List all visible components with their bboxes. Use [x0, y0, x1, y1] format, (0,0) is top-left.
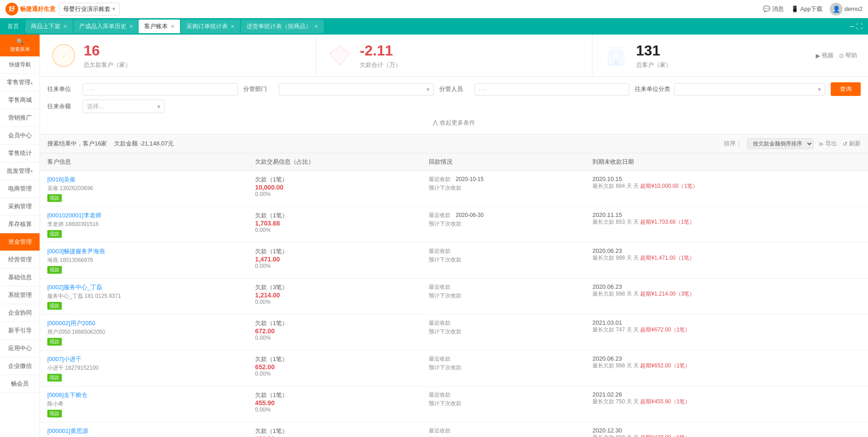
table-row: [000001]黄思源 黄思源 13552700226 现款 欠款（1笔） 42…: [40, 422, 868, 437]
overdue-amount-link[interactable]: 超期¥429.00（1笔）: [640, 434, 690, 437]
tab-purchase-stats[interactable]: 进货单统计表（按商品） ✕: [241, 20, 324, 33]
help-link[interactable]: ⊙ 帮助: [839, 51, 857, 60]
sort-select[interactable]: 按欠款金额倒序排序: [747, 138, 813, 149]
customer-name-link[interactable]: [0001020001]李老师: [47, 212, 101, 219]
overdue-amount-link[interactable]: 超期¥1,703.68（1笔）: [640, 219, 695, 225]
svg-rect-5: [614, 60, 618, 65]
vip-member-label: 畅会员: [11, 380, 29, 388]
cell-debt-info: 欠款（1笔） 455.90 0.00%: [248, 387, 421, 422]
minimize-icon[interactable]: ─: [850, 23, 854, 30]
cell-overdue-date: 2020.11.15 最长欠款 853 天 天 超期¥1,703.68（1笔）: [585, 207, 868, 243]
overdue-customers-info: 16 总欠款客户（家）: [84, 42, 305, 69]
tab-goods-close[interactable]: ✕: [63, 24, 67, 30]
cell-debt-info: 欠款（1笔） 1,471.00 0.00%: [248, 243, 421, 279]
building-icon: [603, 43, 629, 68]
tab-goods[interactable]: 商品上下架 ✕: [25, 20, 73, 33]
tab-purchase-order[interactable]: 采购订单统计表 ✕: [181, 20, 240, 33]
customer-name-link[interactable]: [0007]小进千: [47, 356, 81, 362]
payment-tag: 现款: [47, 374, 62, 382]
manager-input[interactable]: ···: [475, 83, 630, 95]
svg-text:¥: ¥: [62, 54, 65, 60]
tab-customer-account-label: 客户账本: [144, 22, 168, 30]
sidebar-item-vip-member[interactable]: 畅会员: [0, 375, 40, 393]
overdue-amount-link[interactable]: 超期¥10,000.00（1笔）: [640, 183, 698, 189]
operations-label: 经营管理: [8, 256, 32, 264]
tab-home-label: 首页: [7, 22, 19, 30]
debt-count: 欠款（1笔）: [255, 211, 414, 220]
sidebar-item-app-center[interactable]: 应用中心: [0, 340, 40, 357]
sidebar-item-enterprise-wechat[interactable]: 企业微信: [0, 357, 40, 375]
sidebar-item-retail-mgmt[interactable]: 零售管理 ▴: [0, 74, 40, 91]
debt-amount: 1,703.68: [255, 220, 414, 227]
filter-item-manager: 分管人员 ···: [439, 83, 630, 95]
customer-name-link[interactable]: [000002]用户2050: [47, 320, 95, 326]
from-unit-input[interactable]: ···: [83, 83, 238, 95]
collapse-row[interactable]: ⋀ 收起更多条件: [47, 117, 861, 129]
maximize-icon[interactable]: ⛶: [856, 23, 863, 30]
message-icon-item[interactable]: 💬 消息: [763, 5, 784, 13]
department-select[interactable]: ▾: [279, 83, 434, 95]
tab-home[interactable]: 首页: [2, 20, 25, 33]
sidebar-item-enterprise-coop[interactable]: 企业协同: [0, 304, 40, 322]
sidebar-item-quick-nav[interactable]: 快捷导航: [0, 56, 40, 74]
payment-tag: 现款: [47, 410, 62, 417]
sidebar-item-marketing[interactable]: 营销推广: [0, 109, 40, 127]
overdue-amount-link[interactable]: 超期¥1,471.00（1笔）: [640, 255, 695, 261]
refresh-button[interactable]: ↺ 刷新: [843, 140, 861, 148]
tab-purchase-order-close[interactable]: ✕: [231, 24, 235, 30]
tab-product-history-close[interactable]: ✕: [129, 24, 133, 30]
sidebar-item-basic-info[interactable]: 基础信息: [0, 269, 40, 286]
overdue-amount-link[interactable]: 超期¥455.90（1笔）: [640, 398, 690, 405]
debt-amount: 672.00: [255, 327, 414, 335]
sidebar-item-member[interactable]: 会员中心: [0, 127, 40, 145]
tab-customer-account[interactable]: 客户账本 ✕: [139, 20, 180, 33]
sidebar-item-retail-store[interactable]: 零售商城: [0, 91, 40, 109]
basic-info-label: 基础信息: [8, 273, 32, 281]
tab-purchase-stats-label: 进货单统计表（按商品）: [246, 22, 311, 30]
unit-category-select[interactable]: ▾: [674, 83, 825, 95]
customer-name-link[interactable]: [0016]吴俊: [47, 176, 75, 183]
sidebar-item-new-guide[interactable]: 新手引导: [0, 322, 40, 340]
sidebar-item-batch-mgmt[interactable]: 批发管理 ▾: [0, 162, 40, 180]
table-row: [0002]服务中心_丁磊 服务中心_丁磊 181 0125 8371 现款 欠…: [40, 279, 868, 315]
enterprise-coop-label: 企业协同: [8, 309, 32, 317]
video-link[interactable]: ▶ 视频: [816, 51, 833, 60]
overdue-amount-link[interactable]: 超期¥1,214.00（3笔）: [640, 291, 695, 297]
tab-customer-account-close[interactable]: ✕: [171, 24, 175, 30]
table-row: [0016]吴俊 吴俊 13026203696 现款 欠款（1笔） 10,000…: [40, 171, 868, 207]
store-selector[interactable]: 母婴行业演示账套 ▾: [59, 3, 120, 15]
customer-name-link[interactable]: [0003]畅捷服务尹海燕: [47, 248, 105, 255]
export-button[interactable]: ⊳ 导出: [819, 140, 837, 148]
tab-product-history[interactable]: 产成品入库单历史 ✕: [74, 20, 139, 33]
collapse-icon: ⋀: [433, 119, 438, 126]
export-icon: ⊳: [819, 141, 824, 147]
debt-amount: 1,214.00: [255, 291, 414, 299]
batch-mgmt-label: 批发管理: [7, 167, 30, 175]
app-download-item[interactable]: 📱 App下载: [791, 5, 823, 13]
sidebar-item-capital-mgmt[interactable]: 资金管理: [0, 233, 40, 251]
summary-card-overdue-amount: -2.11 欠款合计（万）: [316, 35, 592, 76]
sidebar-item-ecommerce[interactable]: 电商管理: [0, 180, 40, 198]
user-avatar-item[interactable]: 👤 demo2: [830, 3, 863, 15]
customer-name-link[interactable]: [000001]黄思源: [47, 427, 88, 434]
overdue-days: 最长欠款 998 天 天 超期¥652.00（1笔）: [592, 362, 861, 370]
customer-name-link[interactable]: [0006]去下粮仓: [47, 392, 87, 398]
sidebar-item-system-mgmt[interactable]: 系统管理: [0, 286, 40, 304]
tab-purchase-stats-close[interactable]: ✕: [314, 24, 318, 30]
overdue-amount-link[interactable]: 超期¥652.00（1笔）: [640, 362, 690, 369]
sidebar-item-retail-stats[interactable]: 零售统计: [0, 145, 40, 162]
customer-contact: 海燕 18513066976: [47, 256, 241, 264]
last-collection-label: 最近收款: [429, 320, 451, 326]
sidebar-item-operations[interactable]: 经营管理: [0, 251, 40, 269]
customer-name-link[interactable]: [0002]服务中心_丁磊: [47, 284, 102, 291]
balance-select[interactable]: 选择... ▾: [83, 100, 165, 113]
last-collection-label: 最近收款: [429, 212, 451, 218]
cell-overdue-date: 2021.03.01 最长欠款 747 天 天 超期¥672.00（1笔）: [585, 315, 868, 351]
overdue-amount-link[interactable]: 超期¥672.00（1笔）: [640, 326, 690, 333]
total-customers-number: 131: [636, 42, 808, 59]
filter-row-2: 往来余额 选择... ▾: [47, 100, 861, 113]
sidebar-search[interactable]: 🔍 搜索菜单: [0, 35, 40, 56]
sidebar-item-stock-check[interactable]: 库存核算: [0, 216, 40, 233]
query-button[interactable]: 查询: [831, 82, 861, 96]
sidebar-item-purchase-mgmt[interactable]: 采购管理: [0, 198, 40, 216]
